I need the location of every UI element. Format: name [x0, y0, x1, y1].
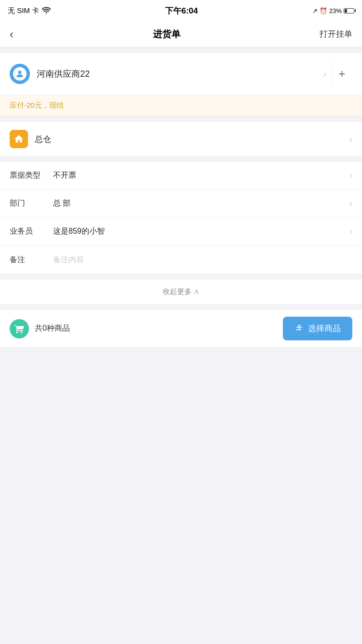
select-product-icon	[294, 322, 304, 335]
status-right: ↗ ⏰ 23%	[312, 7, 354, 14]
avatar-icon	[13, 67, 27, 81]
select-product-label: 选择商品	[308, 323, 341, 334]
warehouse-icon	[10, 130, 28, 148]
dept-value: 总 部	[48, 198, 349, 209]
warehouse-name: 总仓	[35, 134, 349, 145]
warehouse-chevron-icon: ›	[349, 134, 352, 144]
open-pending-button[interactable]: 打开挂单	[320, 28, 352, 40]
sales-label: 业务员	[10, 226, 48, 237]
collapse-row[interactable]: 收起更多 ∧	[0, 280, 362, 304]
supplier-row[interactable]: 河南供应商22 › +	[0, 53, 362, 95]
warehouse-section: 总仓 ›	[0, 122, 362, 156]
wifi-icon	[42, 7, 51, 15]
location-icon: ↗	[312, 7, 318, 14]
remark-row[interactable]: 备注 备注内容	[0, 246, 362, 274]
remark-input[interactable]: 备注内容	[48, 255, 352, 265]
section-gap-2	[0, 116, 362, 122]
status-bar: 无 SIM 卡 下午6:04 ↗ ⏰ 23%	[0, 0, 362, 21]
invoice-row[interactable]: 票据类型 不开票 ›	[0, 162, 362, 190]
invoice-chevron-icon: ›	[349, 170, 352, 181]
invoice-value: 不开票	[48, 170, 349, 181]
back-button[interactable]: ‹	[10, 28, 14, 41]
status-left: 无 SIM 卡	[8, 6, 51, 15]
product-count-wrap: 共0种商品	[10, 319, 70, 338]
nav-bar: ‹ 进货单 打开挂单	[0, 21, 362, 47]
product-icon	[10, 319, 29, 338]
sales-chevron-icon: ›	[349, 226, 352, 237]
collapse-label: 收起更多 ∧	[163, 287, 199, 296]
add-supplier-button[interactable]: +	[331, 61, 352, 87]
carrier-label: 无 SIM 卡	[8, 6, 39, 15]
supplier-avatar	[10, 64, 30, 84]
svg-point-0	[18, 70, 22, 74]
supplier-section: 河南供应商22 › + 应付-20元，现结	[0, 53, 362, 116]
supplier-name: 河南供应商22	[37, 68, 323, 80]
alarm-icon: ⏰	[320, 7, 327, 14]
alert-text: 应付-20元，现结	[10, 101, 64, 109]
alert-row: 应付-20元，现结	[0, 95, 362, 116]
product-count-text: 共0种商品	[35, 323, 70, 334]
dept-chevron-icon: ›	[349, 198, 352, 209]
warehouse-row[interactable]: 总仓 ›	[0, 122, 362, 156]
status-time: 下午6:04	[165, 5, 198, 16]
battery-icon	[344, 8, 354, 14]
sales-value: 这是859的小智	[48, 226, 349, 237]
svg-rect-1	[296, 329, 302, 330]
supplier-chevron-icon: ›	[323, 69, 326, 79]
page-title: 进货单	[153, 28, 181, 41]
invoice-label: 票据类型	[10, 170, 48, 181]
bottom-bar: 共0种商品 选择商品	[0, 310, 362, 347]
dept-label: 部门	[10, 198, 48, 209]
select-product-button[interactable]: 选择商品	[283, 317, 352, 340]
dept-row[interactable]: 部门 总 部 ›	[0, 190, 362, 218]
sales-row[interactable]: 业务员 这是859的小智 ›	[0, 218, 362, 246]
battery-pct: 23%	[329, 7, 342, 14]
section-gap-1	[0, 47, 362, 53]
form-section: 票据类型 不开票 › 部门 总 部 › 业务员 这是859的小智 › 备注 备注…	[0, 162, 362, 274]
remark-label: 备注	[10, 255, 48, 265]
